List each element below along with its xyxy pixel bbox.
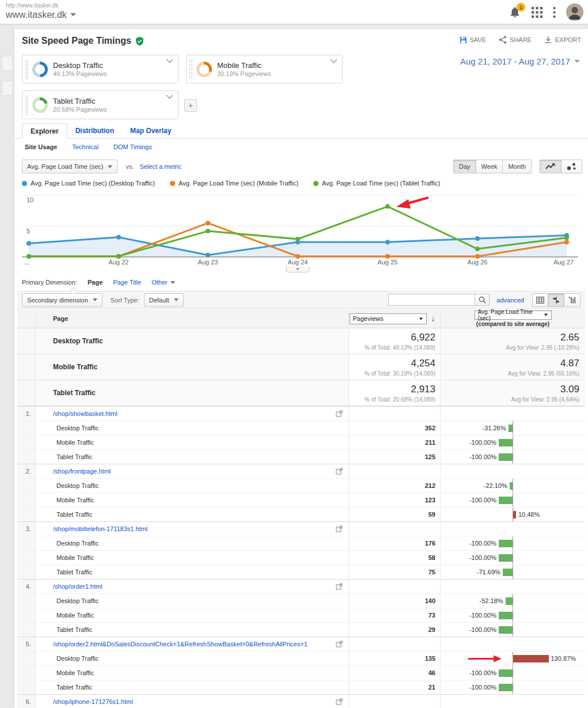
open-in-new-icon[interactable] <box>336 468 343 475</box>
segment-name: Tablet Traffic <box>36 450 348 464</box>
svg-text:5: 5 <box>26 228 30 234</box>
rail-item[interactable] <box>2 81 13 96</box>
row-index: 4. <box>17 580 36 593</box>
segment-card-mobile[interactable]: Mobile Traffic 30.19% Pageviews <box>186 55 343 84</box>
tab-map-overlay[interactable]: Map Overlay <box>122 123 179 138</box>
sort-direction-icon[interactable]: ↓ <box>431 314 435 323</box>
granularity-day-button[interactable]: Day <box>453 160 476 173</box>
percent-label: 130.87% <box>551 652 576 666</box>
chevron-down-icon[interactable] <box>330 59 337 63</box>
primary-dimension-bar: Primary Dimension: Page Page Title Other <box>22 279 175 286</box>
table-subrow: Mobile Traffic123-100.00% <box>17 493 585 507</box>
table-row[interactable]: 2./shop/frontpage.html <box>17 464 585 478</box>
add-segment-button[interactable]: + <box>184 99 197 112</box>
motion-chart-view-button[interactable] <box>562 160 582 173</box>
subtab-dom-timings[interactable]: DOM Timings <box>113 143 152 150</box>
tab-distribution[interactable]: Distribution <box>67 123 122 138</box>
apps-grid-icon[interactable] <box>532 7 543 18</box>
dimension-other[interactable]: Other <box>151 279 175 286</box>
share-button[interactable]: SHARE <box>499 36 532 44</box>
open-in-new-icon[interactable] <box>336 410 343 417</box>
chevron-down-icon[interactable] <box>166 59 173 63</box>
page-link[interactable]: /shop/showbasket.html <box>53 410 117 417</box>
search-input[interactable] <box>388 294 475 306</box>
view-comparison-button[interactable] <box>548 293 564 307</box>
page-link[interactable]: /shop/order2.html&DoSalesDiscountCheck=1… <box>53 641 308 648</box>
comparison-bar <box>499 626 513 634</box>
date-range-selector[interactable]: Aug 21, 2017 - Aug 27, 2017 <box>460 56 580 66</box>
table-row[interactable]: 4./shop/order1.html <box>17 579 585 593</box>
segment-card-tablet[interactable]: Tablet Traffic 20.68% Pageviews <box>22 90 179 119</box>
segment-name: Tablet Traffic <box>36 680 348 694</box>
segment-name: Mobile Traffic <box>36 608 348 622</box>
metric-column-select[interactable]: Avg. Page Load Time (sec) <box>475 311 552 320</box>
segment-name: Mobile Traffic <box>36 436 348 449</box>
subtab-technical[interactable]: Technical <box>72 143 98 150</box>
donut-chart <box>32 62 48 77</box>
comparison-bar <box>499 684 513 691</box>
row-index: 3. <box>17 522 36 536</box>
table-row[interactable]: 3./shop/mobiltelefon-171183s1.html <box>17 521 585 536</box>
rail-item[interactable] <box>2 56 13 71</box>
open-in-new-icon[interactable] <box>336 641 343 648</box>
chevron-down-icon[interactable] <box>166 94 173 99</box>
chart-collapse-handle[interactable] <box>286 266 309 272</box>
granularity-month-button[interactable]: Month <box>503 160 532 173</box>
table-row[interactable]: 5./shop/order2.html&DoSalesDiscountCheck… <box>17 637 585 651</box>
segment-title: Mobile Traffic <box>217 61 271 70</box>
tab-explorer[interactable]: Explorer <box>22 123 67 139</box>
drag-handle[interactable] <box>189 59 193 79</box>
more-menu-icon[interactable] <box>553 7 556 18</box>
metric-total: 2.65 <box>560 332 579 343</box>
pageviews-value: 176 <box>348 536 441 550</box>
legend-item: Avg. Page Load Time (sec) (Tablet Traffi… <box>313 180 440 187</box>
search-button[interactable] <box>475 294 490 306</box>
subtab-site-usage[interactable]: Site Usage <box>25 143 57 150</box>
pageviews-value: 46 <box>348 666 441 680</box>
sort-type-select[interactable]: Default <box>144 293 184 307</box>
segment-name: Desktop Traffic <box>36 479 348 493</box>
pageviews-column-select[interactable]: Pageviews <box>350 313 427 324</box>
svg-text:Aug 23: Aug 23 <box>198 259 218 266</box>
pageviews-value: 21 <box>348 680 441 694</box>
svg-text:Aug 24: Aug 24 <box>288 259 308 266</box>
legend-item: Avg. Page Load Time (sec) (Desktop Traff… <box>22 180 155 187</box>
metric-select[interactable]: Avg. Page Load Time (sec) <box>22 160 117 173</box>
dropdown-arrow-icon <box>419 317 423 320</box>
dimension-page-title[interactable]: Page Title <box>113 279 141 286</box>
open-in-new-icon[interactable] <box>336 698 343 705</box>
pageviews-value: 29 <box>348 623 441 637</box>
view-pivot-button[interactable] <box>564 293 581 307</box>
comparison-bar <box>499 612 513 619</box>
view-table-button[interactable] <box>532 293 548 307</box>
segment-card-desktop[interactable]: Desktop Traffic 49.13% Pageviews <box>22 55 179 84</box>
account-selector[interactable]: www.itasker.dk <box>6 10 76 20</box>
select-a-metric-link[interactable]: Select a metric <box>140 163 182 170</box>
save-button[interactable]: SAVE <box>460 36 487 44</box>
page-link[interactable]: /shop/iphone-171276s1.html <box>53 698 133 705</box>
avatar[interactable] <box>566 3 583 21</box>
data-table: Page Pageviews ↓ Avg. Page Load Time (se… <box>17 309 585 708</box>
page-link[interactable]: /shop/order1.html <box>53 583 103 590</box>
advanced-link[interactable]: advanced <box>496 297 524 304</box>
dimension-page[interactable]: Page <box>88 279 103 286</box>
percent-label: -22.10% <box>484 479 507 493</box>
pageviews-value: 58 <box>348 551 441 565</box>
drag-handle[interactable] <box>25 95 29 115</box>
line-chart-view-button[interactable] <box>540 160 562 173</box>
granularity-week-button[interactable]: Week <box>476 160 503 173</box>
table-row[interactable]: 6./shop/iphone-171276s1.html <box>17 694 585 708</box>
metric-total: 4.87 <box>560 358 579 369</box>
open-in-new-icon[interactable] <box>336 525 343 532</box>
donut-chart <box>196 62 212 77</box>
page-link[interactable]: /shop/mobiltelefon-171183s1.html <box>53 525 147 532</box>
notifications-button[interactable]: 1 <box>509 6 521 18</box>
table-row[interactable]: 1./shop/showbasket.html <box>17 406 585 421</box>
open-in-new-icon[interactable] <box>336 583 343 590</box>
export-button[interactable]: EXPORT <box>544 36 581 44</box>
report-card: Site Speed Page Timings SAVE SHARE EXPOR… <box>14 29 588 708</box>
column-header-page[interactable]: Page <box>36 309 348 328</box>
drag-handle[interactable] <box>25 59 29 79</box>
secondary-dimension-button[interactable]: Secondary dimension <box>22 293 103 307</box>
page-link[interactable]: /shop/frontpage.html <box>53 468 111 475</box>
